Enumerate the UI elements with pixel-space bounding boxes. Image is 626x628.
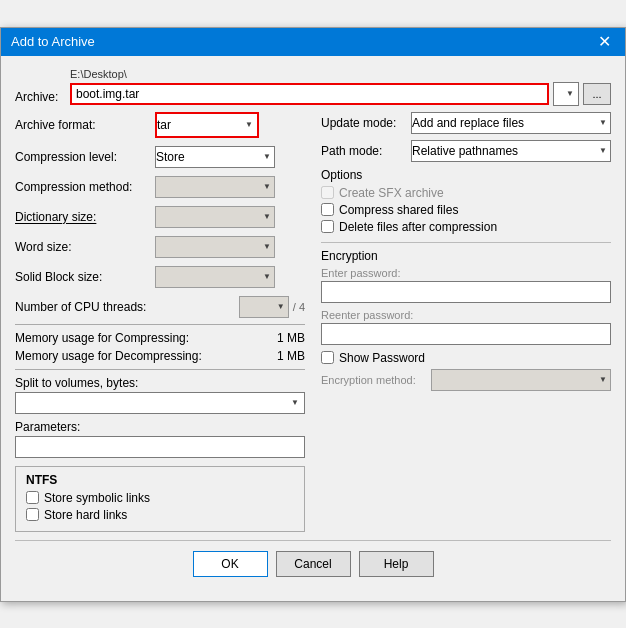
mem-decompress-label: Memory usage for Decompressing: <box>15 349 255 363</box>
format-select[interactable]: tar zip 7z gz bz2 <box>157 114 257 136</box>
store-symlinks-row: Store symbolic links <box>26 491 294 505</box>
compression-method-wrapper <box>155 176 275 198</box>
archive-label: Archive: <box>15 90 58 104</box>
delete-after-label: Delete files after compression <box>339 220 497 234</box>
encryption-section: Encryption Enter password: Reenter passw… <box>321 242 611 391</box>
ok-button[interactable]: OK <box>193 551 268 577</box>
dictionary-size-wrapper <box>155 206 275 228</box>
archive-filename-input[interactable] <box>70 83 549 105</box>
create-sfx-row: Create SFX archive <box>321 186 611 200</box>
enter-password-input[interactable] <box>321 281 611 303</box>
show-password-label: Show Password <box>339 351 425 365</box>
store-symlinks-checkbox[interactable] <box>26 491 39 504</box>
store-hardlinks-row: Store hard links <box>26 508 294 522</box>
reenter-password-label: Reenter password: <box>321 309 611 321</box>
encryption-method-select[interactable] <box>431 369 611 391</box>
browse-button[interactable]: ... <box>583 83 611 105</box>
mem-compress-value: 1 MB <box>255 331 305 345</box>
path-mode-select[interactable]: Relative pathnames Full pathnames No pat… <box>411 140 611 162</box>
compress-shared-checkbox[interactable] <box>321 203 334 216</box>
update-mode-select[interactable]: Add and replace files Update and add fil… <box>411 112 611 134</box>
params-label: Parameters: <box>15 420 305 434</box>
enter-password-label: Enter password: <box>321 267 611 279</box>
encryption-method-label: Encryption method: <box>321 374 431 386</box>
delete-after-row: Delete files after compression <box>321 220 611 234</box>
dictionary-size-label: Dictionary size: <box>15 210 155 224</box>
store-hardlinks-checkbox[interactable] <box>26 508 39 521</box>
close-button[interactable]: ✕ <box>594 34 615 50</box>
help-button[interactable]: Help <box>359 551 434 577</box>
dialog-title: Add to Archive <box>11 34 95 49</box>
button-bar: OK Cancel Help <box>15 540 611 589</box>
store-symlinks-label: Store symbolic links <box>44 491 150 505</box>
solid-block-select[interactable] <box>155 266 275 288</box>
word-size-select[interactable] <box>155 236 275 258</box>
delete-after-checkbox[interactable] <box>321 220 334 233</box>
split-label: Split to volumes, bytes: <box>15 376 305 390</box>
mem-compress-label: Memory usage for Compressing: <box>15 331 255 345</box>
ntfs-title: NTFS <box>26 473 294 487</box>
store-hardlinks-label: Store hard links <box>44 508 127 522</box>
create-sfx-checkbox[interactable] <box>321 186 334 199</box>
compression-level-wrapper: Store Fastest Fast Normal Maximum Ultra <box>155 146 275 168</box>
solid-block-wrapper <box>155 266 275 288</box>
options-title: Options <box>321 168 611 182</box>
title-bar: Add to Archive ✕ <box>1 28 625 56</box>
compression-method-select[interactable] <box>155 176 275 198</box>
cpu-threads-select[interactable] <box>239 296 289 318</box>
split-input[interactable] <box>15 392 305 414</box>
compress-shared-row: Compress shared files <box>321 203 611 217</box>
archive-filename-select[interactable] <box>554 83 578 105</box>
compress-shared-label: Compress shared files <box>339 203 458 217</box>
mem-decompress-value: 1 MB <box>255 349 305 363</box>
compression-level-select[interactable]: Store Fastest Fast Normal Maximum Ultra <box>155 146 275 168</box>
add-to-archive-dialog: Add to Archive ✕ Archive: E:\Desktop\ ..… <box>0 27 626 602</box>
params-input[interactable] <box>15 436 305 458</box>
dictionary-size-select[interactable] <box>155 206 275 228</box>
word-size-wrapper <box>155 236 275 258</box>
ntfs-section: NTFS Store symbolic links Store hard lin… <box>15 466 305 532</box>
update-mode-label: Update mode: <box>321 116 411 130</box>
cpu-threads-value: / 4 <box>293 301 305 313</box>
show-password-row: Show Password <box>321 351 611 365</box>
create-sfx-label: Create SFX archive <box>339 186 444 200</box>
format-label: Archive format: <box>15 118 155 132</box>
word-size-label: Word size: <box>15 240 155 254</box>
compression-method-label: Compression method: <box>15 180 155 194</box>
solid-block-label: Solid Block size: <box>15 270 155 284</box>
encryption-method-row: Encryption method: <box>321 369 611 391</box>
options-section: Options Create SFX archive Compress shar… <box>321 168 611 234</box>
cancel-button[interactable]: Cancel <box>276 551 351 577</box>
format-select-wrapper: tar zip 7z gz bz2 <box>155 112 259 138</box>
path-mode-label: Path mode: <box>321 144 411 158</box>
compression-level-label: Compression level: <box>15 150 155 164</box>
encryption-title: Encryption <box>321 249 611 263</box>
show-password-checkbox[interactable] <box>321 351 334 364</box>
archive-path-hint: E:\Desktop\ <box>70 68 611 80</box>
reenter-password-input[interactable] <box>321 323 611 345</box>
cpu-threads-label: Number of CPU threads: <box>15 300 239 314</box>
